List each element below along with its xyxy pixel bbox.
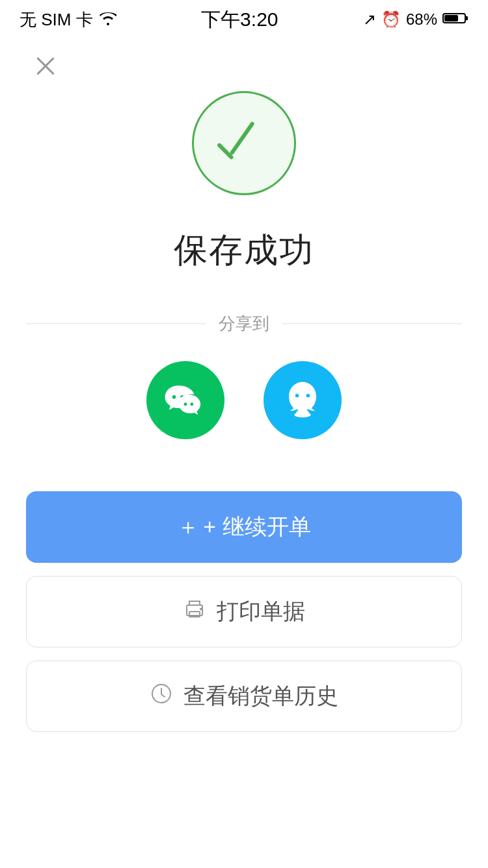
- share-icons-row: [146, 361, 342, 439]
- alarm-icon: ⏰: [381, 10, 401, 29]
- printer-icon: [183, 597, 206, 626]
- history-button[interactable]: 查看销货单历史: [26, 660, 462, 732]
- qq-icon: [280, 377, 325, 423]
- share-line-right: [282, 323, 462, 324]
- svg-point-7: [190, 403, 193, 406]
- history-label: 查看销货单历史: [183, 681, 338, 711]
- success-title: 保存成功: [174, 228, 314, 273]
- battery-text: 68%: [406, 10, 437, 29]
- no-sim-text: 无 SIM 卡: [20, 8, 93, 31]
- plus-icon: ＋: [177, 512, 199, 542]
- svg-point-11: [306, 394, 310, 398]
- status-right: ↗ ⏰ 68%: [363, 10, 468, 29]
- print-button[interactable]: 打印单据: [26, 576, 462, 647]
- checkmark-icon: [218, 124, 270, 163]
- close-icon: [34, 53, 57, 77]
- share-label: 分享到: [219, 312, 269, 335]
- svg-point-4: [172, 395, 176, 399]
- svg-rect-2: [444, 15, 458, 21]
- print-label: 打印单据: [217, 597, 305, 627]
- svg-point-14: [200, 608, 202, 610]
- status-bar: 无 SIM 卡 下午3:20 ↗ ⏰ 68%: [0, 0, 488, 39]
- close-button[interactable]: [26, 46, 65, 85]
- share-divider: 分享到: [26, 312, 462, 335]
- location-icon: ↗: [363, 10, 376, 29]
- svg-point-6: [184, 403, 187, 406]
- clock-icon: [150, 682, 173, 711]
- status-time: 下午3:20: [201, 7, 278, 33]
- svg-point-10: [295, 394, 299, 398]
- status-left: 无 SIM 卡: [20, 8, 116, 31]
- wechat-icon: [163, 377, 208, 423]
- action-buttons: ＋ + 继续开单 打印单据 查看销货单历史: [26, 491, 462, 732]
- success-circle: [192, 91, 296, 195]
- wechat-share-button[interactable]: [146, 361, 224, 439]
- wifi-icon: [100, 10, 116, 30]
- battery-icon: [442, 10, 468, 29]
- continue-order-label: + 继续开单: [203, 512, 310, 542]
- qq-share-button[interactable]: [264, 361, 342, 439]
- main-content: 保存成功 分享到: [0, 39, 488, 732]
- share-line-left: [26, 323, 206, 324]
- share-section: 分享到: [26, 312, 462, 439]
- continue-order-button[interactable]: ＋ + 继续开单: [26, 491, 462, 563]
- svg-rect-1: [465, 16, 468, 20]
- svg-point-9: [294, 412, 310, 417]
